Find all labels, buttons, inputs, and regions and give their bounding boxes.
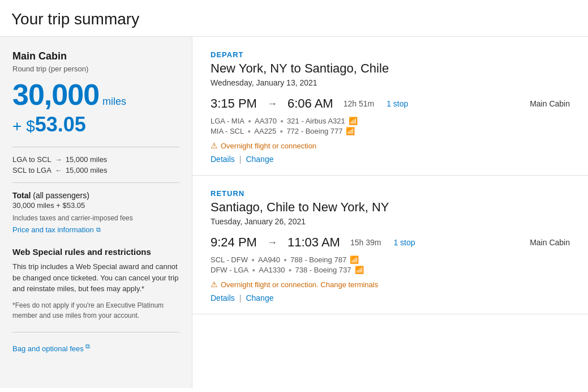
depart-seg1-flight: AA370 — [255, 117, 277, 125]
page-title: Your trip summary — [0, 0, 588, 37]
dot-8: ● — [288, 267, 291, 273]
return-overnight-warning: ⚠ Overnight flight or connection. Change… — [211, 280, 570, 289]
return-label: RETURN — [211, 189, 570, 198]
dot-2: ● — [280, 118, 284, 124]
cabin-label: Main Cabin — [12, 50, 179, 62]
depart-date: Wednesday, January 13, 2021 — [211, 78, 570, 87]
depart-seg2-flight: AA225 — [254, 127, 276, 135]
return-duration: 15h 39m — [350, 238, 381, 247]
depart-arrow-icon: → — [267, 98, 277, 110]
return-segment-2: DFW - LGA ● AA1330 ● 738 - Boeing 737 📶 — [211, 266, 570, 274]
web-special-text: This trip includes a Web Special award a… — [12, 261, 179, 295]
price-tax-link[interactable]: Price and tax information ⧉ — [12, 225, 101, 234]
fee-amount: 53.05 — [35, 113, 86, 136]
depart-seg2-aircraft: 772 - Boeing 777 — [286, 127, 342, 135]
dot-6: ● — [284, 257, 287, 263]
depart-stops: 1 stop — [387, 99, 408, 108]
depart-time: 3:15 PM — [211, 96, 257, 111]
return-cabin: Main Cabin — [530, 238, 570, 247]
route-outbound-label: LGA to SCL — [12, 155, 51, 164]
depart-arrive-time: 6:06 AM — [287, 96, 333, 111]
route-row-return: SCL to LGA ← 15,000 miles — [12, 166, 179, 174]
depart-segment-1: LGA - MIA ● AA370 ● 321 - Airbus A321 📶 — [211, 117, 570, 125]
depart-cabin: Main Cabin — [530, 99, 570, 108]
return-warning-text: Overnight flight or connection. Change t… — [221, 280, 378, 289]
miles-display: 30,000 miles — [12, 78, 179, 112]
web-special-footnote: *Fees do not apply if you're an Executiv… — [12, 300, 179, 321]
divider-2 — [12, 182, 179, 183]
depart-seg1-aircraft: 321 - Airbus A321 — [287, 117, 345, 125]
return-arrow-icon: → — [267, 237, 277, 249]
return-date: Tuesday, January 26, 2021 — [211, 217, 570, 226]
route-return-arrow: ← — [55, 166, 62, 174]
return-times-row: 9:24 PM → 11:03 AM 15h 39m 1 stop Main C… — [211, 235, 570, 250]
route-return-miles: 15,000 miles — [66, 166, 108, 174]
depart-seg1-route: LGA - MIA — [211, 117, 244, 125]
miles-number: 30,000 — [12, 78, 99, 112]
depart-change-link[interactable]: Change — [246, 155, 273, 164]
dot-7: ● — [252, 267, 255, 273]
return-links-pipe: | — [239, 293, 242, 302]
return-seg1-route: SCL - DFW — [211, 255, 248, 264]
return-seg1-aircraft: 788 - Boeing 787 — [290, 255, 346, 264]
dot-5: ● — [251, 257, 255, 263]
bag-fees-link[interactable]: Bag and optional fees ⧉ — [12, 343, 179, 353]
return-depart-time: 9:24 PM — [211, 235, 257, 250]
return-seg2-wifi-icon: 📶 — [355, 266, 364, 274]
depart-route: New York, NY to Santiago, Chile — [211, 61, 570, 76]
dot-3: ● — [247, 128, 251, 134]
return-details-link[interactable]: Details — [211, 293, 235, 302]
flights-content: DEPART New York, NY to Santiago, Chile W… — [192, 37, 588, 388]
return-arrive-time: 11:03 AM — [287, 235, 340, 250]
depart-details-link[interactable]: Details — [211, 155, 235, 164]
route-outbound-arrow: → — [55, 155, 62, 164]
depart-warning-text: Overnight flight or connection — [221, 142, 316, 150]
return-section: RETURN Santiago, Chile to New York, NY T… — [192, 176, 588, 314]
depart-times-row: 3:15 PM → 6:06 AM 12h 51m 1 stop Main Ca… — [211, 96, 570, 111]
depart-segment-2: MIA - SCL ● AA225 ● 772 - Boeing 777 📶 — [211, 127, 570, 135]
depart-links-row: Details | Change — [211, 155, 570, 164]
depart-seg1-wifi-icon: 📶 — [349, 117, 358, 125]
route-outbound-miles: 15,000 miles — [66, 155, 108, 164]
return-segment-1: SCL - DFW ● AA940 ● 788 - Boeing 787 📶 — [211, 255, 570, 264]
round-trip-label: Round trip (per person) — [12, 65, 179, 73]
route-return-label: SCL to LGA — [12, 166, 51, 174]
return-seg2-flight: AA1330 — [259, 266, 285, 274]
external-link-icon: ⧉ — [96, 226, 101, 233]
total-value: 30,000 miles + $53.05 — [12, 201, 179, 210]
total-label: Total (all passengers) — [12, 191, 179, 200]
return-seg2-route: DFW - LGA — [211, 266, 248, 274]
fee-display: + $53.05 — [12, 113, 179, 137]
dot-4: ● — [280, 128, 283, 134]
depart-label: DEPART — [211, 50, 570, 59]
depart-seg2-route: MIA - SCL — [211, 127, 244, 135]
divider-3 — [12, 332, 179, 333]
return-seg1-wifi-icon: 📶 — [350, 255, 359, 264]
route-row-outbound: LGA to SCL → 15,000 miles — [12, 155, 179, 164]
web-special-title: Web Special rules and restrictions — [12, 247, 179, 257]
depart-section: DEPART New York, NY to Santiago, Chile W… — [192, 37, 588, 176]
miles-label: miles — [102, 96, 126, 108]
fee-prefix: + $ — [12, 117, 35, 135]
return-seg1-flight: AA940 — [258, 255, 280, 264]
depart-links-pipe: | — [239, 155, 242, 164]
return-links-row: Details | Change — [211, 293, 570, 302]
sidebar: Main Cabin Round trip (per person) 30,00… — [0, 37, 192, 388]
main-layout: Main Cabin Round trip (per person) 30,00… — [0, 37, 588, 388]
depart-seg2-wifi-icon: 📶 — [346, 127, 355, 135]
divider-1 — [12, 147, 179, 147]
depart-warning-icon: ⚠ — [211, 141, 218, 150]
return-change-link[interactable]: Change — [246, 293, 273, 302]
depart-overnight-warning: ⚠ Overnight flight or connection — [211, 141, 570, 150]
includes-text: Includes taxes and carrier-imposed fees — [12, 214, 179, 222]
dot-1: ● — [248, 118, 251, 124]
return-warning-icon: ⚠ — [211, 280, 218, 289]
return-route: Santiago, Chile to New York, NY — [211, 200, 570, 215]
depart-duration: 12h 51m — [344, 99, 374, 108]
bag-fees-external-icon: ⧉ — [85, 343, 90, 350]
return-stops: 1 stop — [393, 238, 415, 247]
return-seg2-aircraft: 738 - Boeing 737 — [295, 266, 351, 274]
